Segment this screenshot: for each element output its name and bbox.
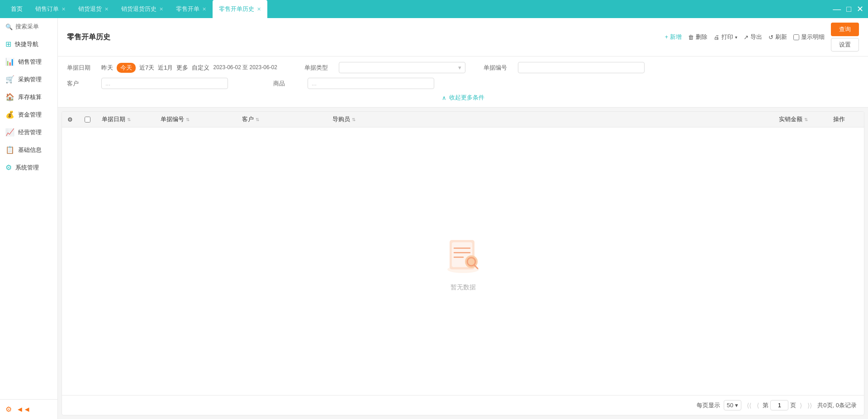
pagination: 每页显示 50 ▾ ⟨⟨ ⟨ 第 页 ⟩ ⟩⟩ 共0页, 0条记录 [62,395,864,415]
tab-sales-order-close[interactable]: ✕ [62,6,66,12]
page-size-arrow: ▾ [735,402,738,409]
tab-home[interactable]: 首页 [5,0,29,18]
page-unit: 页 [790,401,796,410]
sidebar-item-sales-mgmt[interactable]: 📊 销售管理 [0,53,57,71]
print-button[interactable]: 🖨 打印 ▾ [714,33,737,41]
page-size-select[interactable]: 50 ▾ [724,400,741,410]
tab-bar: 首页 销售订单 ✕ 销货退货 ✕ 销货退货历史 ✕ 零售开单 ✕ 零售开单历史 … [0,0,868,18]
tab-sales-return-history-close[interactable]: ✕ [159,6,163,12]
sys-mgmt-icon: ⚙ [5,163,12,172]
sales-mgmt-icon: 📊 [5,57,14,66]
amount-sort-icon[interactable]: ⇅ [804,117,808,122]
search-icon: 🔍 [5,24,13,30]
tab-retail-open-history[interactable]: 零售开单历史 ✕ [213,0,267,18]
date-more[interactable]: 更多 [176,64,188,72]
display-toggle[interactable]: 显示明细 [793,33,825,41]
th-guide-label: 导购员 [332,115,350,123]
number-sort-icon[interactable]: ⇅ [186,117,190,122]
sidebar-item-quick-nav[interactable]: ⊞ 快捷导航 [0,35,57,53]
select-all-checkbox[interactable] [85,117,90,122]
collapse-row[interactable]: ∧ 收起更多条件 [67,94,859,102]
page-number-input[interactable] [770,400,788,410]
tab-retail-open-close[interactable]: ✕ [202,6,206,12]
tab-sales-order[interactable]: 销售订单 ✕ [29,0,72,18]
customer-sort-icon[interactable]: ⇅ [256,117,259,122]
number-text-input[interactable] [522,64,640,71]
sidebar-item-finance[interactable]: 💰 资金管理 [0,106,57,123]
th-customer[interactable]: 客户 ⇅ [237,115,327,123]
toolbar: + 新增 🗑 删除 🖨 打印 ▾ ↗ 导出 ↺ 刷新 [665,23,859,52]
delete-button-label: 删除 [696,33,707,41]
sidebar-item-sales-mgmt-label: 销售管理 [18,58,42,66]
settings-gear-icon[interactable]: ⚙ [5,405,12,414]
type-select[interactable]: ▾ [339,62,465,73]
main-layout: 🔍 搜索采单 ⊞ 快捷导航 📊 销售管理 🛒 采购管理 🏠 库存核算 💰 资金管… [0,18,868,419]
page-nav: ⟨⟨ ⟨ 第 页 ⟩ ⟩⟩ [745,400,814,410]
tab-retail-open[interactable]: 零售开单 ✕ [170,0,213,18]
customer-input[interactable]: ... [101,78,228,89]
sidebar-item-basic-info-label: 基础信息 [18,146,42,154]
tab-retail-open-label: 零售开单 [176,5,199,13]
tab-retail-open-history-label: 零售开单历史 [219,5,254,13]
next-page-button[interactable]: ⟩ [798,401,804,410]
th-action: 操作 [828,115,864,123]
date-today[interactable]: 今天 [117,63,136,73]
close-button[interactable]: ✕ [857,4,863,14]
empty-illustration [441,231,486,276]
add-button[interactable]: + 新增 [665,33,682,41]
sidebar-item-operations-label: 经营管理 [18,128,42,137]
date-custom[interactable]: 自定义 [192,64,209,72]
date-options: 昨天 今天 近7天 近1月 更多 自定义 2023-06-02 至 2023-0… [101,63,277,73]
sidebar-item-inventory-label: 库存核算 [18,93,42,101]
refresh-button[interactable]: ↺ 刷新 [768,33,787,41]
export-button[interactable]: ↗ 导出 [744,33,762,41]
tab-sales-return-history[interactable]: 销货退货历史 ✕ [115,0,170,18]
date-last7[interactable]: 近7天 [139,64,154,72]
maximize-button[interactable]: □ [846,5,851,14]
date-sort-icon[interactable]: ⇅ [127,117,131,122]
sidebar-item-operations[interactable]: 📈 经营管理 [0,123,57,141]
export-icon: ↗ [744,34,749,41]
page-size-value: 50 [727,402,733,409]
prev-page-button[interactable]: ⟨ [755,401,761,410]
refresh-icon: ↺ [768,34,773,41]
goods-input[interactable]: ... [308,78,434,89]
guide-sort-icon[interactable]: ⇅ [352,117,356,122]
setting-button[interactable]: 设置 [831,38,859,52]
first-page-button[interactable]: ⟨⟨ [745,401,753,410]
query-button[interactable]: 查询 [831,23,859,36]
th-checkbox[interactable] [78,117,96,122]
th-amount-label: 实销金额 [779,115,802,123]
th-action-label: 操作 [833,115,845,123]
tab-home-label: 首页 [11,5,23,13]
th-guide[interactable]: 导购员 ⇅ [327,115,381,123]
export-button-label: 导出 [750,33,762,41]
delete-button[interactable]: 🗑 删除 [688,33,707,41]
type-select-arrow: ▾ [458,64,461,71]
tab-sales-return[interactable]: 销货退货 ✕ [72,0,115,18]
tab-sales-return-close[interactable]: ✕ [104,6,109,12]
sidebar-item-basic-info[interactable]: 📋 基础信息 [0,141,57,159]
sidebar-item-purchase-mgmt[interactable]: 🛒 采购管理 [0,71,57,88]
th-date-label: 单据日期 [102,115,125,123]
tab-sales-return-label: 销货退货 [78,5,102,13]
th-number[interactable]: 单据编号 ⇅ [155,115,237,123]
sidebar-item-sys-mgmt[interactable]: ⚙ 系统管理 [0,159,57,176]
sidebar-item-inventory[interactable]: 🏠 库存核算 [0,88,57,106]
refresh-button-label: 刷新 [775,33,787,41]
display-checkbox[interactable] [793,34,799,40]
basic-info-icon: 📋 [5,146,14,154]
sidebar-search[interactable]: 🔍 搜索采单 [0,18,57,35]
th-date[interactable]: 单据日期 ⇅ [96,115,155,123]
inventory-icon: 🏠 [5,93,14,101]
date-last-month[interactable]: 近1月 [158,64,173,72]
last-page-button[interactable]: ⟩⟩ [806,401,814,410]
tab-retail-open-history-close[interactable]: ✕ [257,6,261,12]
th-settings[interactable]: ⚙ [62,116,78,123]
column-settings-icon[interactable]: ⚙ [67,116,73,123]
th-amount[interactable]: 实销金额 ⇅ [773,115,828,123]
date-yesterday[interactable]: 昨天 [101,64,113,72]
sidebar-collapse-icon[interactable]: ◄◄ [16,405,31,414]
number-input[interactable] [518,62,645,73]
minimize-button[interactable]: — [833,5,841,14]
